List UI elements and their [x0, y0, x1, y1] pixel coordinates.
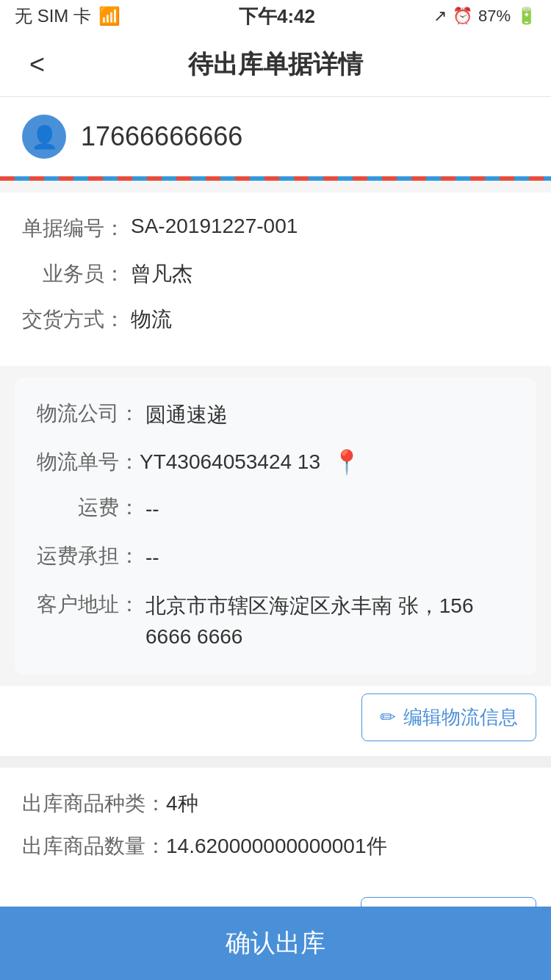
address-row: 客户地址： 北京市市辖区海淀区永丰南 张，156 6666 6666: [37, 591, 514, 652]
battery-icon: 🔋: [516, 7, 536, 26]
confirm-button-label: 确认出库: [226, 926, 325, 960]
logistics-company-row: 物流公司： 圆通速递: [37, 400, 514, 430]
goods-quantity-value: 14.620000000000001件: [166, 832, 387, 860]
delivery-method-label: 交货方式：: [22, 306, 125, 334]
salesperson-value: 曾凡杰: [131, 260, 529, 288]
status-time: 下午4:42: [239, 4, 315, 29]
logistics-card: 物流公司： 圆通速递 物流单号： YT43064053424 13 📍 运费： …: [15, 378, 536, 674]
salesperson-label: 业务员：: [22, 260, 125, 288]
alarm-icon: ⏰: [453, 7, 472, 26]
document-number-label: 单据编号：: [22, 215, 125, 242]
delivery-method-row: 交货方式： 物流: [22, 306, 529, 334]
status-bar: 无 SIM 卡 📶 下午4:42 ↗ ⏰ 87% 🔋: [0, 0, 551, 32]
tracking-number-label: 物流单号：: [37, 448, 140, 476]
edit-logistics-button[interactable]: ✏ 编辑物流信息: [361, 693, 536, 741]
goods-quantity-label: 出库商品数量：: [22, 832, 166, 860]
location-status-icon: ↗: [433, 7, 447, 26]
freight-bearer-row: 运费承担： --: [37, 542, 514, 573]
dashed-divider: [0, 176, 551, 181]
edit-logistics-row: ✏ 编辑物流信息: [0, 686, 551, 756]
avatar: 👤: [22, 115, 66, 159]
freight-bearer-label: 运费承担：: [37, 542, 140, 570]
section-divider-1: [0, 756, 551, 768]
goods-type-label: 出库商品种类：: [22, 790, 166, 818]
goods-quantity-row: 出库商品数量： 14.620000000000001件: [22, 832, 529, 860]
address-label: 客户地址：: [37, 591, 140, 619]
confirm-button-bar[interactable]: 确认出库: [0, 907, 551, 980]
freight-label: 运费：: [37, 494, 140, 522]
freight-value: --: [145, 494, 514, 525]
customer-phone: 17666666666: [81, 121, 242, 152]
delivery-method-value: 物流: [131, 306, 529, 334]
tracking-number-value: YT43064053424 13: [140, 450, 320, 474]
status-indicators: ↗ ⏰ 87% 🔋: [433, 7, 536, 26]
address-value: 北京市市辖区海淀区永丰南 张，156 6666 6666: [145, 591, 514, 652]
freight-row: 运费： --: [37, 494, 514, 525]
wifi-icon: 📶: [98, 6, 120, 26]
map-location-icon[interactable]: 📍: [332, 448, 361, 476]
logistics-company-label: 物流公司：: [37, 400, 140, 428]
back-icon: <: [29, 49, 45, 79]
document-number-row: 单据编号： SA-20191227-001: [22, 215, 529, 242]
document-number-value: SA-20191227-001: [131, 215, 529, 238]
avatar-icon: 👤: [31, 124, 58, 150]
edit-icon: ✏: [380, 706, 396, 729]
battery-text: 87%: [478, 7, 511, 26]
page-title: 待出库单据详情: [188, 48, 363, 82]
tracking-number-row: 物流单号： YT43064053424 13 📍: [37, 448, 514, 476]
goods-type-row: 出库商品种类： 4种: [22, 790, 529, 818]
tracking-number-container: YT43064053424 13 📍: [140, 448, 361, 476]
status-carrier: 无 SIM 卡 📶: [15, 4, 120, 28]
edit-logistics-label: 编辑物流信息: [403, 705, 518, 730]
logistics-company-value: 圆通速递: [145, 400, 514, 430]
back-button[interactable]: <: [22, 42, 52, 87]
carrier-text: 无 SIM 卡: [15, 4, 91, 28]
goods-section: 出库商品种类： 4种 出库商品数量： 14.620000000000001件: [0, 768, 551, 890]
nav-bar: < 待出库单据详情: [0, 32, 551, 97]
freight-bearer-value: --: [145, 542, 514, 573]
salesperson-row: 业务员： 曾凡杰: [22, 260, 529, 288]
goods-type-value: 4种: [166, 790, 198, 818]
basic-info-section: 单据编号： SA-20191227-001 业务员： 曾凡杰 交货方式： 物流: [0, 192, 551, 366]
customer-header: 👤 17666666666: [0, 97, 551, 176]
